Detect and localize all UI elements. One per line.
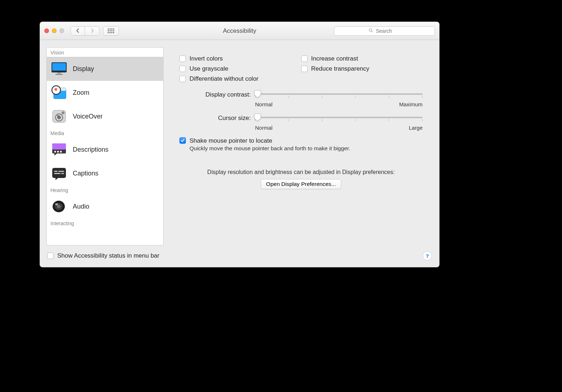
cursor-size-row: Cursor size: Normal Large xyxy=(179,114,423,131)
minimize-window-button[interactable] xyxy=(52,28,57,33)
checkbox-icon xyxy=(179,76,186,82)
grid-icon xyxy=(108,28,114,33)
use-grayscale-checkbox[interactable]: Use grayscale xyxy=(179,65,301,72)
checkbox-label: Shake mouse pointer to locate xyxy=(189,137,350,144)
sidebar[interactable]: Vision Display xyxy=(46,47,164,245)
sidebar-item-display[interactable]: Display xyxy=(47,57,163,81)
slider-label: Display contrast: xyxy=(179,90,255,98)
sidebar-section-media: Media xyxy=(47,128,163,138)
back-button[interactable] xyxy=(71,26,85,36)
sidebar-item-label: Display xyxy=(73,65,94,73)
sidebar-item-zoom[interactable]: Zoom xyxy=(47,81,163,104)
search-icon xyxy=(369,28,373,34)
checkbox-icon xyxy=(301,55,308,62)
sidebar-section-vision: Vision xyxy=(47,48,163,57)
preferences-window: Accessibility Vision Displ xyxy=(40,22,440,267)
svg-rect-23 xyxy=(58,171,64,172)
voiceover-icon xyxy=(50,109,68,124)
open-display-preferences-button[interactable]: Open Display Preferences... xyxy=(261,179,342,189)
svg-point-28 xyxy=(57,205,61,208)
close-window-button[interactable] xyxy=(44,28,49,33)
sidebar-item-label: Audio xyxy=(73,203,89,210)
checkbox-label: Differentiate without color xyxy=(189,75,259,83)
sliders-group: Display contrast: Normal Maximum xyxy=(179,90,423,131)
captions-icon xyxy=(50,166,68,181)
increase-contrast-checkbox[interactable]: Increase contrast xyxy=(301,55,423,62)
zoom-icon xyxy=(50,85,68,100)
sidebar-item-label: Zoom xyxy=(73,89,89,97)
chevron-right-icon xyxy=(90,28,94,34)
sidebar-item-voiceover[interactable]: VoiceOver xyxy=(47,104,163,128)
checkbox-label: Reduce transparency xyxy=(311,65,370,72)
slider-min-label: Normal xyxy=(255,125,272,131)
svg-point-20 xyxy=(60,151,62,153)
descriptions-icon xyxy=(50,142,68,157)
invert-colors-checkbox[interactable]: Invert colors xyxy=(179,55,301,62)
checkbox-grid: Invert colors Increase contrast Use gray… xyxy=(179,55,423,83)
svg-rect-4 xyxy=(57,72,61,74)
cursor-size-slider[interactable]: Normal Large xyxy=(255,114,423,131)
sidebar-section-hearing: Hearing xyxy=(47,185,163,195)
svg-point-19 xyxy=(57,151,59,153)
sidebar-section-interacting: Interacting xyxy=(47,218,163,228)
svg-line-1 xyxy=(371,31,373,32)
search-field[interactable] xyxy=(334,26,435,36)
checkbox-label: Increase contrast xyxy=(311,55,358,62)
search-input[interactable] xyxy=(375,28,401,34)
slider-max-label: Large xyxy=(409,125,423,131)
svg-rect-24 xyxy=(54,173,61,174)
sidebar-item-label: Descriptions xyxy=(73,146,108,153)
slider-label: Cursor size: xyxy=(179,114,255,122)
forward-button[interactable] xyxy=(85,26,99,36)
help-icon: ? xyxy=(425,253,429,259)
reduce-transparency-checkbox[interactable]: Reduce transparency xyxy=(301,65,423,72)
body: Vision Display xyxy=(40,40,439,250)
checkbox-icon xyxy=(47,253,54,259)
svg-rect-3 xyxy=(52,71,66,72)
zoom-window-button[interactable] xyxy=(59,28,64,33)
window-controls xyxy=(44,28,64,33)
checkbox-label: Show Accessibility status in menu bar xyxy=(57,252,159,259)
differentiate-without-color-checkbox[interactable]: Differentiate without color xyxy=(179,75,423,83)
display-icon xyxy=(50,61,68,76)
help-button[interactable]: ? xyxy=(423,251,432,260)
footer: Show Accessibility status in menu bar ? xyxy=(40,250,439,267)
checkbox-label: Invert colors xyxy=(189,55,223,62)
sidebar-item-captions[interactable]: Captions xyxy=(47,161,163,185)
titlebar: Accessibility xyxy=(40,22,439,40)
show-all-button[interactable] xyxy=(103,26,119,36)
svg-point-9 xyxy=(54,88,57,91)
shake-mouse-checkbox[interactable]: Shake mouse pointer to locate Quickly mo… xyxy=(179,137,423,152)
svg-point-29 xyxy=(55,203,58,205)
show-status-checkbox[interactable]: Show Accessibility status in menu bar xyxy=(47,252,159,259)
checkbox-icon xyxy=(301,66,308,72)
display-contrast-row: Display contrast: Normal Maximum xyxy=(179,90,423,107)
checkbox-icon xyxy=(179,55,186,62)
slider-thumb-icon xyxy=(254,90,262,98)
chevron-left-icon xyxy=(76,28,80,34)
slider-min-label: Normal xyxy=(255,101,272,107)
checkbox-checked-icon xyxy=(179,137,186,144)
sidebar-item-label: VoiceOver xyxy=(73,113,103,120)
nav-segment xyxy=(71,26,99,36)
svg-rect-17 xyxy=(52,143,66,150)
svg-rect-5 xyxy=(55,74,63,75)
checkbox-icon xyxy=(179,66,186,72)
sidebar-item-audio[interactable]: Audio xyxy=(47,195,163,218)
svg-point-18 xyxy=(54,151,56,153)
sidebar-item-descriptions[interactable]: Descriptions xyxy=(47,138,163,161)
svg-point-11 xyxy=(62,111,64,114)
audio-icon xyxy=(50,199,68,214)
display-note: Display resolution and brightness can be… xyxy=(179,169,423,175)
slider-thumb-icon xyxy=(254,113,262,122)
svg-rect-22 xyxy=(54,171,58,172)
display-contrast-slider[interactable]: Normal Maximum xyxy=(255,90,423,107)
checkbox-description: Quickly move the mouse pointer back and … xyxy=(189,145,350,152)
svg-rect-25 xyxy=(61,173,64,174)
slider-max-label: Maximum xyxy=(399,101,423,107)
checkbox-label: Use grayscale xyxy=(189,65,228,72)
sidebar-item-label: Captions xyxy=(73,170,98,177)
content-pane: Invert colors Increase contrast Use gray… xyxy=(169,47,433,245)
